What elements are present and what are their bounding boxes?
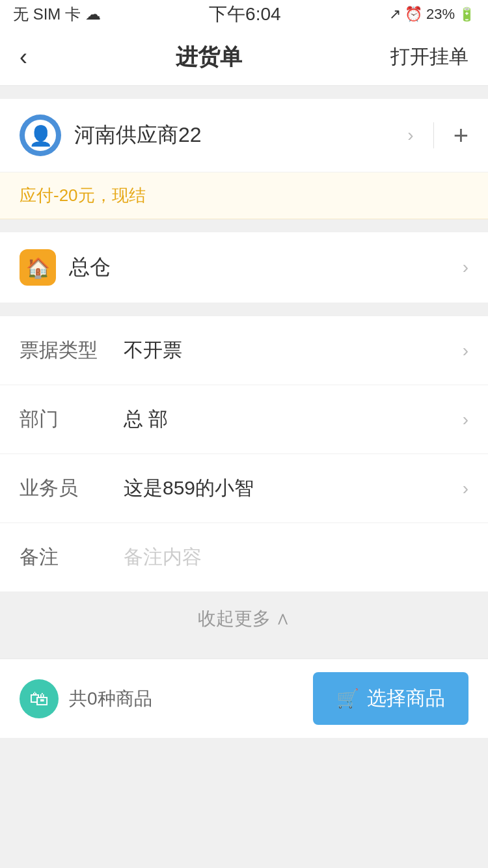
page-background [0,738,488,868]
divider-3 [0,303,488,316]
status-time: 下午6:04 [209,2,281,27]
chevron-right-icon: › [407,125,413,146]
salesman-value: 这是859的小智 [111,475,463,502]
invoice-value: 不开票 [111,337,463,364]
supplier-actions: › + [407,121,468,150]
invoice-row[interactable]: 票据类型 不开票 › [0,316,488,385]
chevron-right-icon: › [463,257,468,278]
remark-label: 备注 [20,544,111,571]
dept-row[interactable]: 部门 总 部 › [0,385,488,454]
back-button[interactable]: ‹ [20,44,27,71]
form-section: 票据类型 不开票 › 部门 总 部 › 业务员 这是859的小智 › 备注 备注… [0,316,488,592]
select-product-label: 选择商品 [367,685,445,712]
alarm-icon: ⏰ [405,6,422,23]
chevron-right-icon: › [463,340,468,361]
warehouse-row[interactable]: 🏠 总仓 › [0,232,488,303]
product-count-text: 共0种商品 [69,686,152,711]
cart-icon: 🛒 [336,688,359,709]
chevron-right-icon: › [463,409,468,430]
open-pending-button[interactable]: 打开挂单 [390,44,468,70]
invoice-label: 票据类型 [20,337,111,364]
chevron-right-icon: › [463,478,468,499]
warehouse-icon: 🏠 [20,249,56,286]
signal-text: 无 SIM 卡 ☁ [13,4,101,25]
divider-2 [0,219,488,232]
status-bar: 无 SIM 卡 ☁ 下午6:04 ↗ ⏰ 23% 🔋 [0,0,488,29]
location-icon: ↗ [389,6,401,23]
remark-input[interactable]: 备注内容 [111,544,468,571]
battery-text: 23% [426,6,455,23]
divider-1 [0,86,488,99]
dept-label: 部门 [20,406,111,433]
add-supplier-button[interactable]: + [454,121,468,150]
dept-value: 总 部 [111,406,463,433]
select-product-button[interactable]: 🛒 选择商品 [313,672,468,725]
collapse-button[interactable]: 收起更多 ∧ [0,592,488,645]
bag-icon: 🛍 [29,688,49,710]
remark-row[interactable]: 备注 备注内容 [0,523,488,592]
product-icon-circle: 🛍 [20,679,59,718]
notice-banner: 应付-20元，现结 [0,172,488,219]
supplier-row[interactable]: 👤 河南供应商22 › + [0,99,488,172]
supplier-name: 河南供应商22 [74,121,407,150]
salesman-label: 业务员 [20,475,111,502]
page-title: 进货单 [176,42,242,72]
salesman-row[interactable]: 业务员 这是859的小智 › [0,454,488,523]
home-icon: 🏠 [26,256,50,279]
divider-4 [0,645,488,658]
vertical-separator [433,122,434,148]
person-icon: 👤 [29,124,53,147]
status-right: ↗ ⏰ 23% 🔋 [389,6,475,23]
warehouse-name: 总仓 [69,253,463,282]
status-left: 无 SIM 卡 ☁ [13,4,101,25]
product-count-area: 🛍 共0种商品 [20,679,152,718]
supplier-avatar: 👤 [20,115,61,156]
bottom-bar: 🛍 共0种商品 🛒 选择商品 [0,658,488,738]
battery-icon: 🔋 [459,7,475,22]
nav-bar: ‹ 进货单 打开挂单 [0,29,488,86]
